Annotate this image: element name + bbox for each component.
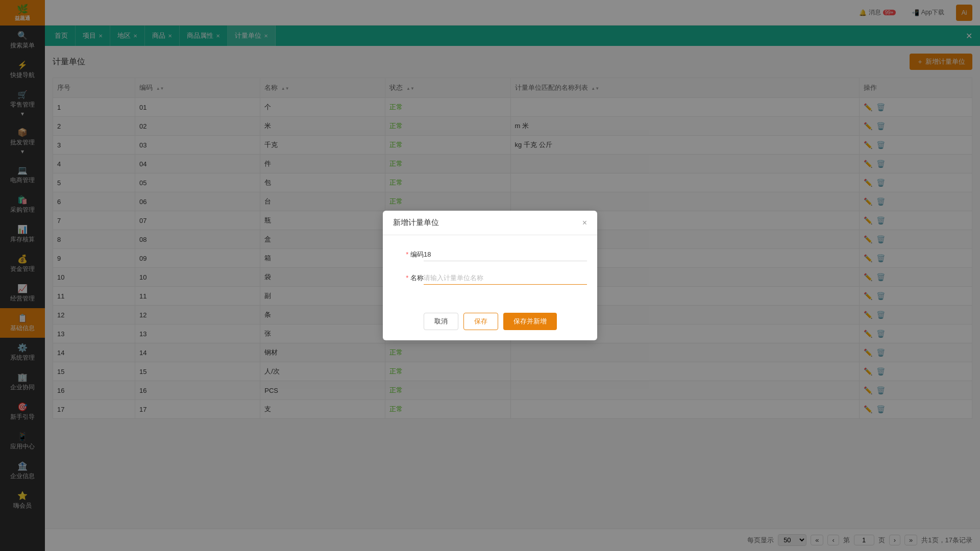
name-input[interactable] (424, 271, 587, 285)
name-label: 名称 (393, 273, 424, 283)
modal-header: 新增计量单位 × (383, 211, 597, 235)
modal-close-button[interactable]: × (582, 219, 587, 227)
code-input[interactable] (424, 248, 587, 261)
cancel-button[interactable]: 取消 (424, 313, 458, 330)
add-unit-modal: 新增计量单位 × 编码 名称 取消 保存 保存并新增 (383, 211, 597, 340)
modal-overlay[interactable]: 新增计量单位 × 编码 名称 取消 保存 保存并新增 (0, 0, 980, 551)
modal-body: 编码 名称 (383, 235, 597, 305)
modal-footer: 取消 保存 保存并新增 (383, 305, 597, 340)
name-form-row: 名称 (393, 271, 587, 285)
save-and-new-button[interactable]: 保存并新增 (503, 313, 557, 330)
save-button[interactable]: 保存 (463, 313, 498, 330)
modal-title: 新增计量单位 (393, 218, 439, 228)
code-form-row: 编码 (393, 248, 587, 261)
code-label: 编码 (393, 250, 424, 259)
